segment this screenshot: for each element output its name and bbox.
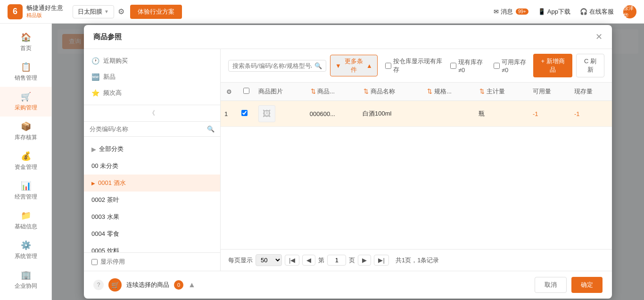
cart-button[interactable]: 🛒	[108, 278, 122, 292]
row-image-cell: 🖼	[255, 101, 306, 127]
filter-button[interactable]: ▼ 更多条件 ▲	[330, 55, 378, 76]
headset-icon: 🎧	[580, 8, 587, 15]
category-item-all[interactable]: ▶ 全部分类	[84, 141, 220, 158]
inventory-icon: 📦	[21, 121, 31, 132]
logo-text: 畅捷通好生意	[26, 4, 63, 12]
page-number-input[interactable]	[327, 255, 346, 266]
prev-page-button[interactable]: ◀	[302, 255, 315, 266]
category-item-cat00[interactable]: 00 未分类	[84, 158, 220, 175]
th-spec[interactable]: ⇅ 规格...	[422, 83, 475, 101]
category-item-cat0005[interactable]: 0005 饮料	[84, 242, 220, 252]
show-disabled-area: 显示停用	[84, 252, 220, 271]
category-item-cat0002[interactable]: 0002 茶叶	[84, 192, 220, 208]
table-row[interactable]: 1 🖼	[221, 101, 612, 127]
page-label: 第	[318, 256, 324, 265]
purchase-icon: 🛒	[21, 92, 31, 102]
th-unit[interactable]: ⇅ 主计量	[475, 83, 529, 101]
product-search-input[interactable]	[232, 62, 312, 69]
confirm-button[interactable]: 确定	[571, 277, 603, 293]
operation-icon: 📊	[21, 181, 31, 191]
chevron-down-icon: ▼	[104, 9, 109, 14]
sidebar-item-home[interactable]: 🏠 首页	[0, 27, 51, 57]
sidebar-label: 销售管理	[15, 74, 37, 82]
product-image: 🖼	[258, 105, 275, 122]
select-all-header[interactable]	[238, 83, 255, 101]
sidebar-label: 首页	[20, 44, 32, 52]
top-nav: 6 畅捷通好生意 精品版 日太阳膜 ▼ ⚙ 体验行业方案 ✉ 消息 99+ 📱 …	[0, 0, 644, 24]
logo-area: 6 畅捷通好生意 精品版	[8, 4, 63, 19]
by-warehouse-checkbox-label[interactable]: 按仓库显示现有库存	[385, 57, 443, 74]
sidebar-item-purchase[interactable]: 🛒 采购管理	[0, 87, 51, 117]
left-panel: 🕐 近期购买 🆕 新品 ⭐ 频次高	[84, 49, 221, 271]
clock-icon: 🕐	[91, 57, 99, 65]
sidebar-item-sales[interactable]: 📋 销售管理	[0, 57, 51, 87]
right-toolbar: 🔍 ▼ 更多条件 ▲ 按仓库显示现有库存	[221, 49, 612, 83]
user-menu[interactable]: 徐泽华	[623, 5, 636, 18]
th-name[interactable]: ⇅ 商品名称	[359, 83, 422, 101]
trial-button[interactable]: 体验行业方案	[130, 5, 182, 19]
next-page-button[interactable]: ▶	[358, 255, 371, 266]
messages-button[interactable]: ✉ 消息 99+	[494, 8, 528, 16]
left-tab-label: 新品	[103, 73, 116, 81]
filter-icon: ▼	[335, 62, 341, 69]
selected-count-badge: 0	[174, 280, 183, 290]
nav-selector[interactable]: 日太阳膜 ▼	[73, 5, 114, 18]
help-icon[interactable]: ?	[93, 280, 104, 290]
footer-collapse-button[interactable]: ▲	[188, 281, 196, 289]
row-code: 000600...	[306, 101, 359, 127]
has-stock-checkbox-label[interactable]: 现有库存≠0	[450, 58, 486, 74]
category-item-cat0003[interactable]: 0003 水果	[84, 208, 220, 225]
page-total-info: 共1页，1条记录	[396, 256, 439, 265]
th-image: 商品图片	[255, 83, 306, 101]
per-page-label: 每页显示	[228, 256, 253, 265]
show-disabled-checkbox[interactable]	[91, 259, 98, 265]
sort-icon: ⇅	[427, 88, 432, 95]
left-tab-recent[interactable]: 🕐 近期购买	[84, 53, 220, 69]
row-select-checkbox[interactable]	[241, 110, 248, 116]
sidebar-item-inventory[interactable]: 📦 库存核算	[0, 117, 51, 146]
checkbox-group: 按仓库显示现有库存 现有库存≠0 可用库存≠0	[385, 57, 529, 74]
left-tab-frequent[interactable]: ⭐ 频次高	[84, 85, 220, 101]
table-header-row: ⚙ 商品图片 ⇅	[221, 83, 612, 101]
sales-icon: 📋	[21, 62, 31, 72]
sort-icon: ⇅	[311, 88, 316, 95]
gear-icon[interactable]: ⚙	[118, 7, 124, 16]
app-download-button[interactable]: 📱 App下载	[538, 8, 570, 16]
online-service-button[interactable]: 🎧 在线客服	[580, 8, 614, 16]
chevron-left-icon: 《	[149, 109, 155, 117]
gear-col-header[interactable]: ⚙	[221, 83, 238, 101]
sidebar-item-finance[interactable]: 💰 资金管理	[0, 146, 51, 176]
chevron-up-icon: ▲	[366, 62, 372, 69]
sidebar-item-enterprise[interactable]: 🏢 企业协同	[0, 265, 51, 295]
panel-collapse-button[interactable]: 《	[84, 105, 220, 122]
sidebar-item-operation[interactable]: 📊 经营管理	[0, 176, 51, 206]
cancel-button[interactable]: 取消	[535, 277, 567, 293]
left-tab-new[interactable]: 🆕 新品	[84, 69, 220, 85]
th-code[interactable]: ⇅ 商品...	[306, 83, 359, 101]
category-item-cat0004[interactable]: 0004 零食	[84, 225, 220, 242]
available-stock-checkbox-label[interactable]: 可用库存≠0	[494, 58, 529, 74]
search-input-wrap: 🔍	[228, 60, 326, 72]
logo-sub: 精品版	[26, 12, 63, 19]
by-warehouse-checkbox[interactable]	[385, 63, 391, 69]
search-icon[interactable]: 🔍	[207, 125, 215, 133]
sidebar-item-system[interactable]: ⚙️ 系统管理	[0, 235, 51, 265]
sidebar-item-basic[interactable]: 📁 基础信息	[0, 206, 51, 235]
modal-close-button[interactable]: ✕	[595, 32, 603, 42]
search-icon[interactable]: 🔍	[314, 62, 322, 69]
category-item-cat0001[interactable]: ▶ 0001 酒水	[84, 175, 220, 192]
category-search-input[interactable]	[90, 125, 203, 133]
refresh-button[interactable]: C 刷新	[576, 54, 604, 77]
last-page-button[interactable]: ▶|	[374, 255, 388, 266]
first-page-button[interactable]: |◀	[285, 255, 299, 266]
add-product-button[interactable]: + 新增商品	[533, 54, 572, 77]
sidebar-item-guide[interactable]: 🎯 新手引导	[0, 295, 51, 300]
available-stock-checkbox[interactable]	[494, 63, 500, 69]
footer-left: ? 🛒 连续选择的商品 0 ▲	[93, 278, 196, 292]
footer-right: 取消 确定	[535, 277, 603, 293]
toolbar-right: + 新增商品 C 刷新	[533, 54, 604, 77]
has-stock-checkbox[interactable]	[450, 63, 456, 69]
select-all-checkbox[interactable]	[243, 88, 249, 94]
per-page-select[interactable]: 50 100 200	[256, 254, 282, 266]
left-tab-label: 频次高	[103, 89, 122, 97]
